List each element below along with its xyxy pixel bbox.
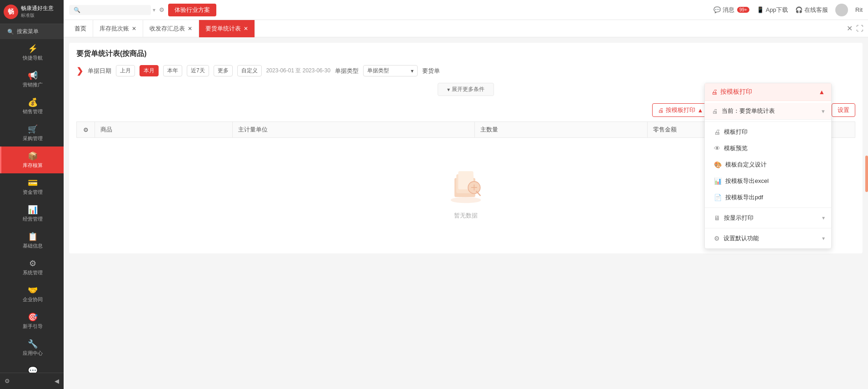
type-select[interactable]: 单据类型 ▾ [363,65,418,76]
sidebar-nav: ⚡ 快捷导航 📢 营销推广 💰 销售管理 🛒 采购管理 📦 库存核算 💳 资金管… [0,39,64,373]
sidebar-item-purchase[interactable]: 🛒 采购管理 [0,120,64,147]
filter-row: ❯ 单据日期 上月 本月 本年 近7天 更多 自定义 2023-06-01 至 … [76,65,855,76]
empty-text: 暂无数据 [454,212,478,220]
app-logo-icon: 畅 [4,5,18,19]
template-print-icon: 🖨 [714,128,720,136]
empty-icon [443,165,489,206]
online-service-button[interactable]: 🎧 在线客服 [795,6,828,14]
app-download-button[interactable]: 📱 App下载 [757,6,788,14]
date-range-display: 2023-06-01 至 2023-06-30 [266,67,330,75]
inventory-icon: 📦 [28,151,38,161]
dropdown-item-template-preview[interactable]: 👁 模板预览 [705,140,831,157]
print-dropdown-panel: 🖨 按模板打印 ▲ 🖨 当前：要货单统计表 ▾ [704,83,832,249]
sidebar-item-sales[interactable]: 💰 销售管理 [0,93,64,120]
print-dropdown-arrow: ▲ [697,107,703,114]
date-btn-prev-month[interactable]: 上月 [116,65,135,76]
filter-expand-icon[interactable]: ❯ [76,66,83,76]
dropdown-chevron-up-icon: ▲ [818,88,825,96]
newbie-icon: 🎯 [28,312,38,322]
dropdown-item-export-pdf[interactable]: 📄 按模板导出pdf [705,189,831,206]
page-area: 要货单统计表(按商品) ❯ 单据日期 上月 本月 本年 近7天 更多 自定义 2… [64,37,868,389]
type-select-arrow: ▾ [411,68,414,74]
dropdown-item-display-print[interactable]: 🖥 按显示打印 ▾ [705,210,831,226]
sidebar-item-finance[interactable]: 💳 资金管理 [0,173,64,200]
search-icon: 🔍 [7,29,14,35]
tab-close-receipt-summary[interactable]: ✕ [188,25,192,32]
template-custom-icon: 🎨 [714,161,722,168]
date-btn-custom[interactable]: 自定义 [237,65,262,76]
sidebar-logo: 畅 畅康通好生意 标准版 [0,0,64,24]
sidebar-item-appstore[interactable]: 🔧 应用中心 [0,334,64,361]
sidebar-search[interactable]: 🔍 搜索菜单 [0,24,64,39]
dropdown-header[interactable]: 🖨 按模板打印 ▲ [705,83,831,101]
user-name: Rit [855,6,863,13]
col-quantity: 主数量 [475,122,648,138]
col-settings[interactable]: ⚙ [77,122,95,138]
topbar: 🔍 ▾ ⚙ 体验行业方案 💬 消息 99+ 📱 App下载 🎧 在线客服 Rit [64,0,868,20]
date-btn-more[interactable]: 更多 [214,65,233,76]
topbar-settings-icon[interactable]: ⚙ [159,6,165,13]
dropdown-item-template-print[interactable]: 🖨 模板打印 [705,124,831,140]
tab-receipt-summary[interactable]: 收发存汇总表 ✕ [143,20,199,37]
trial-industry-button[interactable]: 体验行业方案 [168,4,216,16]
appstore-icon: 🔧 [28,339,38,349]
print-template-button[interactable]: 🖨 按模板打印 ▲ [652,103,709,117]
default-func-icon: ⚙ [714,235,720,242]
tab-close-order-stats[interactable]: ✕ [244,25,248,32]
tab-batch-account[interactable]: 库存批次账 ✕ [93,20,143,37]
basic-icon: 📋 [28,232,38,242]
dropdown-item-export-excel[interactable]: 📊 按模板导出excel [705,173,831,189]
tab-home[interactable]: 首页 [68,20,93,37]
dropdown-current-section: 🖨 当前：要货单统计表 ▾ [705,101,831,122]
dropdown-default-section: ⚙ 设置默认功能 ▾ [705,228,831,248]
message-icon: 💬 [713,6,721,13]
sales-icon: 💰 [28,97,38,107]
settings-button[interactable]: 设置 [832,103,855,117]
sidebar-item-system[interactable]: ⚙ 系统管理 [0,254,64,281]
current-template-arrow: ▾ [822,108,825,115]
current-template-icon: 🖨 [712,108,718,115]
tab-order-stats[interactable]: 要货单统计表 ✕ [199,20,255,37]
topbar-dropdown-arrow[interactable]: ▾ [153,7,155,13]
dropdown-item-default-func[interactable]: ⚙ 设置默认功能 ▾ [705,230,831,247]
dropdown-item-template-custom[interactable]: 🎨 模板自定义设计 [705,157,831,173]
expand-more-icon: ▾ [447,86,450,93]
app-download-icon: 📱 [757,6,764,13]
app-logo-text: 畅康通好生意 标准版 [21,5,54,19]
service-icon: 🎧 [795,6,803,13]
date-btn-this-month[interactable]: 本月 [140,65,159,76]
sidebar-item-quick-nav[interactable]: ⚡ 快捷导航 [0,39,64,66]
user-avatar[interactable] [835,4,848,16]
sidebar-settings-icon[interactable]: ⚙ [5,378,10,384]
sidebar-item-basic[interactable]: 📋 基础信息 [0,227,64,254]
tab-bar-close-icon[interactable]: ✕ [847,24,853,33]
svg-point-0 [451,197,481,203]
col-product: 商品 [95,122,233,138]
dropdown-current-item[interactable]: 🖨 当前：要货单统计表 ▾ [705,103,831,120]
sidebar-item-newbie[interactable]: 🎯 新手引导 [0,308,64,334]
display-print-arrow: ▾ [822,215,825,221]
topbar-search-box[interactable]: 🔍 [69,5,151,15]
sidebar-item-operation[interactable]: 📊 经营管理 [0,200,64,227]
template-preview-icon: 👁 [714,145,720,152]
topbar-right: 💬 消息 99+ 📱 App下载 🎧 在线客服 Rit [713,4,863,16]
coop-icon: 🤝 [28,285,38,295]
tab-close-batch-account[interactable]: ✕ [132,25,136,32]
scrollbar-thumb[interactable] [865,156,868,192]
messages-button[interactable]: 💬 消息 99+ [713,6,749,14]
sidebar-item-marketing[interactable]: 📢 营销推广 [0,66,64,93]
dropdown-display-section: 🖥 按显示打印 ▾ [705,208,831,228]
date-btn-this-year[interactable]: 本年 [163,65,182,76]
sidebar-item-wechat[interactable]: 💬 企业微信 [0,361,64,373]
dropdown-print-icon: 🖨 [711,88,718,96]
expand-more-button[interactable]: ▾ 展开更多条件 [438,83,494,96]
tab-bar-expand-icon[interactable]: ⛶ [856,25,863,33]
export-excel-icon: 📊 [714,177,722,185]
sidebar-item-coop[interactable]: 🤝 企业协同 [0,281,64,308]
sidebar-collapse-icon[interactable]: ◀ [55,378,59,384]
operation-icon: 📊 [28,205,38,215]
sidebar-item-inventory[interactable]: 📦 库存核算 [0,147,64,173]
date-btn-last-7-days[interactable]: 近7天 [187,65,209,76]
tabbar: 首页 库存批次账 ✕ 收发存汇总表 ✕ 要货单统计表 ✕ ✕ ⛶ [64,20,868,37]
main-content: 🔍 ▾ ⚙ 体验行业方案 💬 消息 99+ 📱 App下载 🎧 在线客服 Rit [64,0,868,389]
